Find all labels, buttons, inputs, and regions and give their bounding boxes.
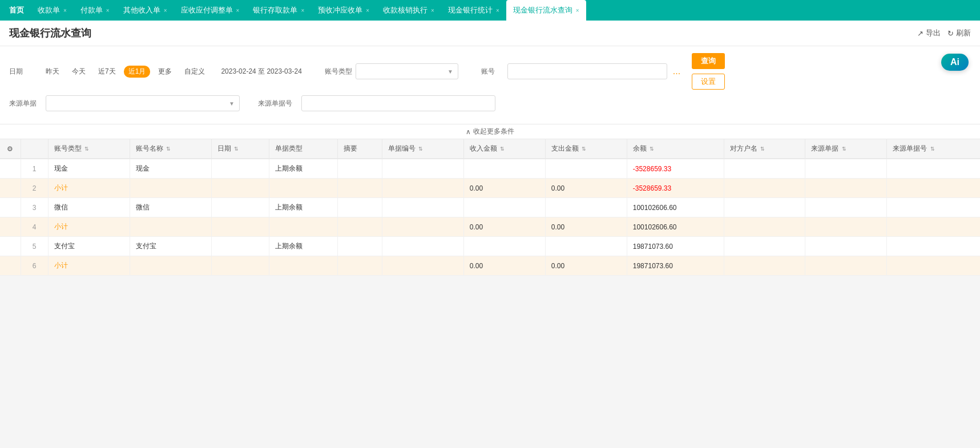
nav-payment-close[interactable]: × [106,7,110,14]
th-account-type[interactable]: 账号类型 ⇅ [48,139,130,159]
cell-counterparty [724,256,805,276]
filter-area: 日期 昨天 今天 近7天 近1月 更多 自定义 2023-02-24 至 202… [0,46,980,124]
th-income[interactable]: 收入金额 ⇅ [463,139,545,159]
account-type-label: 账号类型 [325,67,352,76]
cell-num: 2 [21,179,48,198]
settings-button[interactable]: 设置 [692,74,725,90]
source-doc-select[interactable]: ▼ [46,95,240,111]
cell-settings [0,256,21,276]
nav-ap-adjust[interactable]: 应收应付调整单 × [174,0,247,21]
export-button[interactable]: ↗ 导出 [917,28,941,38]
nav-bank-deposit-close[interactable]: × [301,7,304,14]
th-source-doc[interactable]: 来源单据 ⇅ [805,139,887,159]
th-date[interactable]: 日期 ⇅ [211,139,269,159]
collapse-bar[interactable]: ∧ 收起更多条件 [0,124,980,139]
nav-bank-flow-label: 现金银行流水查询 [513,5,572,15]
account-type-select[interactable]: ▼ [356,63,458,79]
table-row: 4 小计 0.00 0.00 100102606.60 [0,217,980,237]
nav-verify-exec[interactable]: 收款核销执行 × [376,0,441,21]
cell-date [211,237,269,256]
table-container: ⚙ 账号类型 ⇅ 账号名称 ⇅ 日期 ⇅ 单据类型 摘要 单据编号 ⇅ 收入金额… [0,139,980,276]
refresh-button[interactable]: ↻ 刷新 [947,28,971,38]
cell-source-doc-no [887,217,980,237]
cell-doc-no [382,237,463,256]
export-icon: ↗ [917,29,923,38]
cell-settings [0,217,21,237]
nav-prepay[interactable]: 预收冲应收单 × [311,0,376,21]
cell-summary [337,198,382,217]
th-balance[interactable]: 余额 ⇅ [627,139,724,159]
nav-receipt-close[interactable]: × [63,7,67,14]
cell-source-doc-no [887,237,980,256]
nav-bank-flow-close[interactable]: × [576,7,579,14]
nav-other-income-label: 其他收入单 [123,5,160,15]
nav-verify-exec-close[interactable]: × [431,7,434,14]
cell-expense [545,237,627,256]
cell-income [463,237,545,256]
cell-account-type: 现金 [48,159,130,179]
nav-prepay-label: 预收冲应收单 [318,5,362,15]
nav-prepay-close[interactable]: × [366,7,369,14]
th-settings[interactable]: ⚙ [0,139,21,159]
nav-receipt-label: 收款单 [38,5,60,15]
ai-badge[interactable]: Ai [941,54,969,71]
cell-date [211,179,269,198]
page-header: 现金银行流水查询 ↗ 导出 ↻ 刷新 [0,21,980,46]
nav-other-income[interactable]: 其他收入单 × [116,0,174,21]
source-doc-no-input[interactable] [301,95,495,111]
cell-counterparty [724,237,805,256]
cell-doc-no [382,159,463,179]
nav-home[interactable]: 首页 [2,0,31,21]
th-num [21,139,48,159]
cell-income: 0.00 [463,179,545,198]
nav-payment[interactable]: 付款单 × [74,0,116,21]
th-counterparty[interactable]: 对方户名 ⇅ [724,139,805,159]
table-header-row: ⚙ 账号类型 ⇅ 账号名称 ⇅ 日期 ⇅ 单据类型 摘要 单据编号 ⇅ 收入金额… [0,139,980,159]
account-input[interactable] [507,63,667,79]
top-nav: 首页 收款单 × 付款单 × 其他收入单 × 应收应付调整单 × 银行存取款单 … [0,0,980,21]
cell-expense: 0.00 [545,217,627,237]
nav-other-income-close[interactable]: × [164,7,167,14]
th-doc-type: 单据类型 [269,139,337,159]
nav-bank-stat-close[interactable]: × [496,7,499,14]
cell-counterparty [724,159,805,179]
th-account-name[interactable]: 账号名称 ⇅ [130,139,211,159]
header-actions: ↗ 导出 ↻ 刷新 [917,28,971,38]
cell-num: 1 [21,159,48,179]
nav-bank-stat[interactable]: 现金银行统计 × [441,0,506,21]
nav-ap-adjust-close[interactable]: × [236,7,240,14]
th-summary: 摘要 [337,139,382,159]
nav-bank-deposit-label: 银行存取款单 [253,5,297,15]
nav-ap-adjust-label: 应收应付调整单 [181,5,233,15]
cell-balance: 100102606.60 [627,198,724,217]
th-source-doc-no[interactable]: 来源单据号 ⇅ [887,139,980,159]
cell-summary [337,237,382,256]
account-type-filter: 账号类型 ▼ [325,63,458,79]
cell-settings [0,159,21,179]
date-option-yesterday[interactable]: 昨天 [41,66,64,78]
query-button[interactable]: 查询 [692,53,725,69]
cell-income [463,198,545,217]
nav-bank-flow[interactable]: 现金银行流水查询 × [506,0,586,21]
cell-income: 0.00 [463,217,545,237]
date-option-custom[interactable]: 自定义 [180,66,209,78]
cell-counterparty [724,198,805,217]
date-option-7days[interactable]: 近7天 [94,66,120,78]
date-option-1month[interactable]: 近1月 [124,66,151,78]
data-table: ⚙ 账号类型 ⇅ 账号名称 ⇅ 日期 ⇅ 单据类型 摘要 单据编号 ⇅ 收入金额… [0,139,980,276]
date-option-more[interactable]: 更多 [154,66,176,78]
cell-balance: 19871073.60 [627,237,724,256]
cell-balance: 19871073.60 [627,256,724,276]
page-title: 现金银行流水查询 [9,26,91,40]
nav-receipt[interactable]: 收款单 × [31,0,74,21]
cell-doc-type [269,217,337,237]
th-doc-no[interactable]: 单据编号 ⇅ [382,139,463,159]
date-options: 昨天 今天 近7天 近1月 更多 自定义 [41,66,209,78]
action-buttons: 查询 设置 [692,53,725,90]
ai-label: Ai [950,57,959,67]
cell-source-doc-no [887,198,980,217]
date-option-today[interactable]: 今天 [67,66,90,78]
account-dots-button[interactable]: ... [671,66,683,76]
th-expense[interactable]: 支出金额 ⇅ [545,139,627,159]
nav-bank-deposit[interactable]: 银行存取款单 × [246,0,311,21]
